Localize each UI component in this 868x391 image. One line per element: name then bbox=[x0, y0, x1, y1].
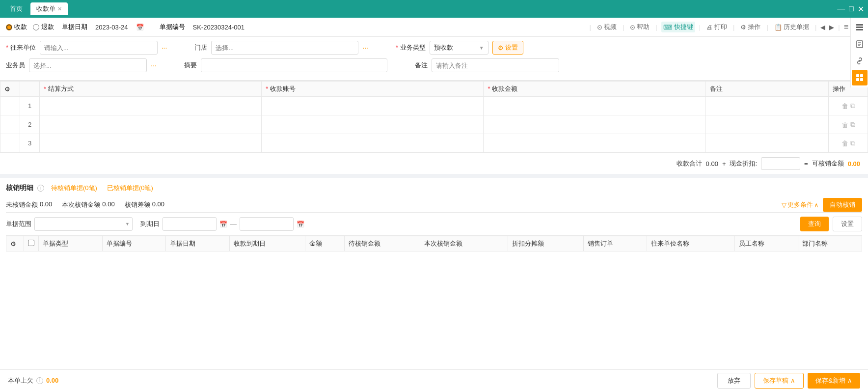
row-3-actions: 🗑 ⧉ bbox=[829, 134, 868, 153]
list-view-icon[interactable]: ≡ bbox=[844, 23, 848, 31]
nav-home[interactable]: 首页 bbox=[4, 2, 28, 15]
print-label: 打印 bbox=[714, 23, 727, 31]
history-btn[interactable]: 📋 历史单据 bbox=[772, 22, 811, 32]
operation-btn[interactable]: ⚙ 操作 bbox=[738, 22, 762, 32]
this-doc-info-icon[interactable]: i bbox=[36, 377, 43, 384]
delete-row-2-btn[interactable]: 🗑 bbox=[841, 120, 848, 129]
this-doc-value: 0.00 bbox=[46, 377, 58, 384]
query-button[interactable]: 查询 bbox=[800, 217, 829, 231]
row-2-amount[interactable] bbox=[484, 115, 705, 134]
receipt-type-radio: 收款 退款 bbox=[6, 23, 54, 31]
col-account: * 收款账号 bbox=[262, 82, 484, 97]
range-select[interactable] bbox=[34, 217, 133, 231]
shop-input[interactable] bbox=[211, 41, 358, 55]
delete-row-1-btn[interactable]: 🗑 bbox=[841, 102, 848, 110]
copy-row-3-btn[interactable]: ⧉ bbox=[850, 139, 855, 147]
minimize-icon[interactable]: — bbox=[837, 4, 845, 13]
bottom-bar: 本单上欠 i 0.00 放弃 保存草稿 ∧ 保存&新增 ∧ bbox=[0, 369, 868, 391]
shortcut-btn[interactable]: ⌨ 快捷键 bbox=[661, 22, 695, 32]
close-icon[interactable]: ✕ bbox=[858, 4, 864, 14]
hexiao-pending-tab[interactable]: 待核销单据(0笔) bbox=[48, 183, 100, 194]
radio-receipt[interactable]: 收款 bbox=[6, 23, 27, 31]
row-1-account[interactable] bbox=[262, 97, 484, 115]
sidebar-active-icon[interactable] bbox=[852, 70, 868, 85]
save-new-label: 保存&新增 bbox=[815, 376, 845, 385]
video-btn[interactable]: ⊙ 视频 bbox=[595, 22, 619, 32]
range-field: 单据范围 bbox=[6, 217, 133, 231]
radio-refund[interactable]: 退款 bbox=[33, 23, 54, 31]
row-1-settle[interactable] bbox=[40, 97, 262, 115]
delete-row-3-btn[interactable]: 🗑 bbox=[841, 139, 848, 147]
chevron-up-icon: ∧ bbox=[790, 377, 795, 384]
save-draft-button[interactable]: 保存草稿 ∧ bbox=[755, 373, 804, 389]
col-settle: * 结算方式 bbox=[40, 82, 262, 97]
operation-icon: ⚙ bbox=[740, 24, 746, 31]
btcol-checkbox[interactable] bbox=[24, 236, 39, 251]
due-date-label: 到期日 bbox=[140, 220, 160, 228]
row-3-amount[interactable] bbox=[484, 134, 705, 153]
row-2-settle[interactable] bbox=[40, 115, 262, 134]
bottom-spacer bbox=[0, 251, 868, 273]
date-value[interactable]: 2023-03-24 bbox=[95, 24, 128, 31]
staff-input[interactable] bbox=[29, 58, 147, 72]
copy-row-2-btn[interactable]: ⧉ bbox=[850, 120, 855, 129]
row-3-account[interactable] bbox=[262, 134, 484, 153]
next-icon[interactable]: ▶ bbox=[829, 24, 834, 31]
row-3-remark[interactable] bbox=[705, 134, 828, 153]
btcol-order: 销售订单 bbox=[583, 236, 647, 251]
calendar-icon[interactable]: 📅 bbox=[136, 24, 144, 31]
calendar-from-icon[interactable]: 📅 bbox=[219, 221, 227, 228]
prev-icon[interactable]: ◀ bbox=[820, 24, 825, 31]
row-1-remark[interactable] bbox=[705, 97, 828, 115]
sidebar-link-icon[interactable] bbox=[852, 53, 868, 69]
row-num-1: 1 bbox=[20, 97, 40, 115]
counterparty-more-btn[interactable]: ··· bbox=[162, 44, 167, 52]
main-table: ⚙ * 结算方式 * 收款账号 * 收款金额 备注 操作 bbox=[0, 81, 868, 153]
due-date-to[interactable]: 2022-04-12 bbox=[240, 217, 294, 231]
auto-hexiao-button[interactable]: 自动核销 bbox=[823, 198, 862, 212]
row-2-remark[interactable] bbox=[705, 115, 828, 134]
help-btn[interactable]: ⊙ 帮助 bbox=[628, 22, 651, 32]
btcol-gear[interactable]: ⚙ bbox=[6, 236, 24, 251]
sidebar-doc-icon[interactable] bbox=[852, 36, 868, 52]
save-new-button[interactable]: 保存&新增 ∧ bbox=[808, 373, 860, 389]
this-time-value: 0.00 bbox=[102, 200, 114, 209]
counterparty-input[interactable] bbox=[40, 41, 158, 55]
hexiao-info-icon[interactable]: i bbox=[37, 185, 44, 192]
row-gear-2 bbox=[0, 115, 20, 134]
this-time-label: 本次核销金额 bbox=[62, 200, 100, 209]
setting-button[interactable]: ⚙ 设置 bbox=[492, 41, 523, 55]
radio-refund-label: 退款 bbox=[41, 23, 54, 31]
business-type-select[interactable]: 预收款 ▼ bbox=[430, 41, 488, 55]
shop-more-btn[interactable]: ··· bbox=[362, 44, 368, 52]
this-time-stat: 本次核销金额 0.00 bbox=[62, 200, 114, 209]
svg-rect-0 bbox=[856, 24, 863, 26]
nav-tab-receipt[interactable]: 收款单 ✕ bbox=[30, 2, 68, 15]
more-conditions-btn[interactable]: ▽ 更多条件 ∧ bbox=[782, 200, 819, 209]
copy-row-1-btn[interactable]: ⧉ bbox=[850, 102, 855, 110]
video-label: 视频 bbox=[604, 23, 617, 31]
row-2-account[interactable] bbox=[262, 115, 484, 134]
due-date-from[interactable]: 2022-04-01 bbox=[163, 217, 217, 231]
col-num bbox=[20, 82, 40, 97]
maximize-icon[interactable]: □ bbox=[849, 4, 854, 13]
filter-settings-button[interactable]: 设置 bbox=[833, 217, 862, 231]
calendar-to-icon[interactable]: 📅 bbox=[297, 221, 304, 228]
close-tab-icon[interactable]: ✕ bbox=[57, 6, 62, 12]
hexiao-stats: 未核销金额 0.00 本次核销金额 0.00 核销差额 0.00 bbox=[6, 197, 164, 212]
abandon-button[interactable]: 放弃 bbox=[717, 373, 751, 389]
print-icon: 🖨 bbox=[706, 24, 713, 31]
row-1-amount[interactable] bbox=[484, 97, 705, 115]
row-gear bbox=[0, 97, 20, 115]
remark-input[interactable] bbox=[432, 58, 559, 72]
table-settings-col[interactable]: ⚙ bbox=[0, 82, 20, 97]
row-3-settle[interactable] bbox=[40, 134, 262, 153]
btcol-staff: 员工名称 bbox=[734, 236, 798, 251]
staff-more-btn[interactable]: ··· bbox=[151, 61, 157, 69]
hexiao-done-tab[interactable]: 已核销单据(0笔) bbox=[104, 183, 156, 194]
print-btn[interactable]: 🖨 打印 bbox=[705, 22, 729, 32]
summary-input[interactable] bbox=[201, 58, 387, 72]
sidebar-table-icon[interactable] bbox=[852, 20, 868, 35]
discount-input[interactable] bbox=[761, 157, 800, 170]
row-2-actions: 🗑 ⧉ bbox=[829, 115, 868, 134]
